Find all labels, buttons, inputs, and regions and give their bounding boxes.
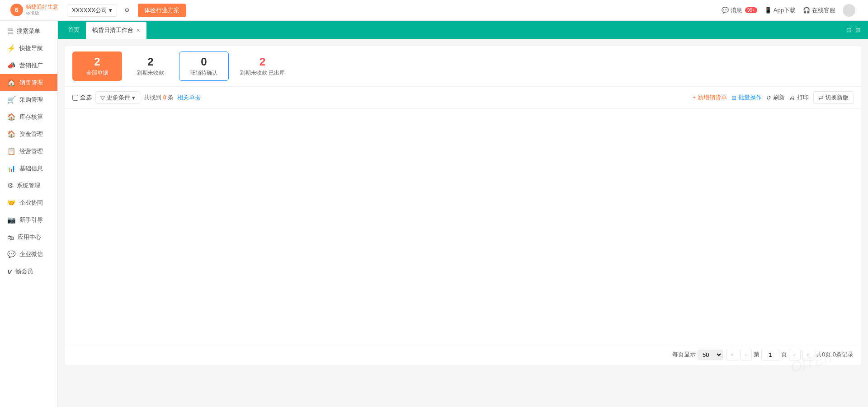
sidebar-item-marketing[interactable]: 📣 营销推广: [0, 57, 57, 74]
prev-page-button[interactable]: ‹: [740, 349, 752, 360]
sidebar-item-purchase[interactable]: 🛒 采购管理: [0, 91, 57, 108]
sidebar-item-finance[interactable]: 🏠 资金管理: [0, 126, 57, 143]
sidebar-item-sales[interactable]: 🏠 销售管理: [0, 74, 57, 91]
sidebar-label-marketing: 营销推广: [19, 61, 43, 70]
logo-icon: 6: [10, 4, 23, 16]
logo-area: 6 畅捷通好生意 标准版: [5, 0, 63, 21]
window-controls: ⊟ ⊞: [846, 26, 864, 33]
logo-tag: 标准版: [26, 10, 58, 16]
sidebar-item-operations[interactable]: 📋 经营管理: [0, 143, 57, 160]
stat-label-overdue: 到期未收款: [137, 69, 164, 77]
tab-workbench[interactable]: 钱货日清工作台 ✕: [86, 22, 146, 39]
nav-tabs-bar: 首页 钱货日清工作台 ✕ ⊟ ⊞: [58, 21, 868, 39]
trial-button[interactable]: 体验行业方案: [138, 4, 186, 17]
guide-icon: 📷: [7, 216, 16, 224]
per-page-selector: 每页显示 20 50 100: [672, 350, 723, 360]
first-page-button[interactable]: «: [726, 349, 738, 360]
sidebar-label-app-center: 应用中心: [18, 233, 41, 241]
member-icon: V: [7, 268, 12, 276]
batch-label: 批量操作: [738, 94, 762, 102]
sidebar-item-app-center[interactable]: 🛍 应用中心: [0, 229, 57, 246]
cart-icon: 🛒: [7, 96, 16, 104]
clipboard-icon: 📋: [7, 147, 16, 155]
refresh-button[interactable]: ↺ 刷新: [766, 94, 785, 102]
batch-button[interactable]: ⊞ 批量操作: [731, 94, 762, 102]
last-page-button[interactable]: »: [802, 349, 814, 360]
search-icon: ☰: [7, 27, 13, 35]
sidebar-menu: ☰ 搜索菜单 ⚡ 快捷导航 📣 营销推广 🏠 销售管理 🛒 采购管理 🏠 库存核…: [0, 21, 57, 407]
message-badge: 99+: [745, 7, 757, 13]
tab-home-label: 首页: [68, 26, 80, 34]
stat-label-pending: 旺铺待确认: [190, 69, 217, 77]
select-all-checkbox[interactable]: [72, 95, 78, 101]
settings-button[interactable]: ⚙: [120, 3, 134, 18]
stat-tab-overdue-out[interactable]: 2 到期未收款 已出库: [232, 51, 292, 81]
total-info: 共0页,0条记录: [816, 351, 854, 359]
sidebar-item-system[interactable]: ⚙ 系统管理: [0, 177, 57, 194]
related-link[interactable]: 相关单据: [177, 94, 201, 102]
stat-num-overdue: 2: [147, 56, 153, 68]
print-icon: 🖨: [789, 94, 795, 101]
sidebar-item-basic-info[interactable]: 📊 基础信息: [0, 160, 57, 177]
page-number-input[interactable]: 1: [761, 349, 779, 360]
table-area: [65, 109, 861, 344]
sidebar-item-guide[interactable]: 📷 新手引导: [0, 211, 57, 229]
filter-icon: ▽: [100, 94, 105, 101]
sidebar-item-cooperation[interactable]: 🤝 企业协同: [0, 194, 57, 211]
found-num: 0: [163, 94, 166, 101]
sidebar-item-inventory[interactable]: 🏠 库存核算: [0, 108, 57, 126]
stat-num-pending: 0: [201, 56, 207, 68]
dropdown-icon: ▾: [109, 7, 112, 14]
message-label: 消息: [731, 6, 742, 14]
print-button[interactable]: 🖨 打印: [789, 94, 809, 102]
sidebar-label-guide: 新手引导: [19, 216, 43, 224]
switch-icon: ⇄: [818, 94, 823, 101]
tab-workbench-label: 钱货日清工作台: [92, 26, 133, 34]
app-download-button[interactable]: 📱 App下载: [764, 6, 796, 14]
online-service-label: 在线客服: [812, 6, 835, 14]
maximize-icon[interactable]: ⊞: [855, 26, 861, 33]
stat-tab-all[interactable]: 2 全部单据: [72, 51, 122, 81]
sidebar-label-cooperation: 企业协同: [19, 199, 43, 207]
header-right: 💬 消息 99+ 📱 App下载 🎧 在线客服: [722, 4, 863, 17]
table-icon: 📊: [7, 164, 16, 173]
home-icon-sales: 🏠: [7, 79, 16, 87]
message-button[interactable]: 💬 消息 99+: [722, 6, 757, 14]
online-service-button[interactable]: 🎧 在线客服: [803, 6, 835, 14]
found-prefix: 共找到: [144, 94, 161, 101]
add-sales-button[interactable]: + 新增销货单: [693, 94, 727, 102]
toolbar: 全选 ▽ 更多条件 ▾ 共找到 0 条 相关单据 + 新增销货单 ⊞ 批: [65, 87, 861, 109]
sidebar: ☰ 搜索菜单 ⚡ 快捷导航 📣 营销推广 🏠 销售管理 🛒 采购管理 🏠 库存核…: [0, 0, 58, 407]
select-all-text: 全选: [80, 94, 92, 102]
stat-tab-overdue[interactable]: 2 到期未收款: [126, 51, 175, 81]
avatar[interactable]: [843, 4, 855, 17]
lightning-icon: ⚡: [7, 44, 16, 52]
per-page-select[interactable]: 20 50 100: [698, 350, 723, 360]
stat-label-all: 全部单据: [86, 69, 108, 77]
gear-icon: ⚙: [124, 7, 130, 14]
wechat-icon: 💬: [7, 250, 16, 258]
tab-close-icon[interactable]: ✕: [136, 28, 140, 33]
stat-tab-pending[interactable]: 0 旺铺待确认: [179, 51, 229, 81]
headset-icon: 🎧: [803, 7, 810, 14]
home-icon-finance: 🏠: [7, 130, 16, 138]
company-selector[interactable]: XXXXXX公司 ▾: [67, 4, 117, 17]
sidebar-label-member: 畅会员: [15, 267, 33, 276]
more-filter-button[interactable]: ▽ 更多条件 ▾: [95, 91, 140, 104]
switch-version-button[interactable]: ⇄ 切换新版: [813, 91, 854, 104]
minimize-icon[interactable]: ⊟: [846, 26, 852, 33]
app-download-label: App下载: [774, 6, 796, 14]
sidebar-item-wechat[interactable]: 💬 企业微信: [0, 246, 57, 263]
sidebar-label-system: 系统管理: [17, 182, 40, 190]
sidebar-item-member[interactable]: V 畅会员: [0, 263, 57, 280]
sidebar-item-search[interactable]: ☰ 搜索菜单: [0, 23, 57, 40]
dropdown-arrow-icon: ▾: [132, 94, 135, 101]
tab-home[interactable]: 首页: [61, 21, 86, 39]
refresh-icon: ↺: [766, 94, 771, 101]
sidebar-item-quick-nav[interactable]: ⚡ 快捷导航: [0, 40, 57, 57]
megaphone-icon: 📣: [7, 61, 16, 70]
found-text: 共找到 0 条: [144, 94, 174, 102]
next-page-button[interactable]: ›: [789, 349, 801, 360]
select-all-label[interactable]: 全选: [72, 94, 92, 102]
bag-icon: 🛍: [7, 234, 14, 241]
